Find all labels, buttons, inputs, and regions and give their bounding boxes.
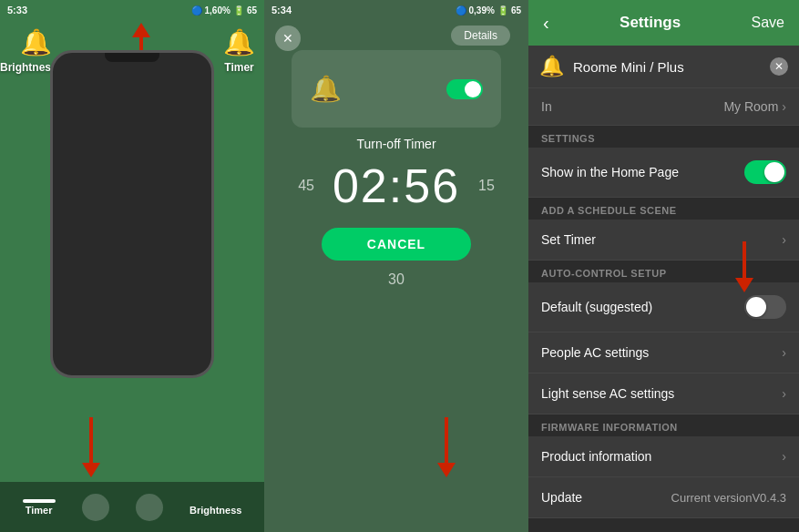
section-header-firmware: FIRMWARE INFORMATION <box>528 414 799 436</box>
arrow-head-down-left-icon <box>82 463 100 477</box>
tab-timer-label: Timer <box>26 505 53 516</box>
details-button[interactable]: Details <box>451 26 510 46</box>
settings-header: ‹ Settings Save <box>528 0 799 46</box>
arrow-down-right <box>437 417 456 477</box>
product-info-chevron-icon: › <box>782 449 786 464</box>
brightness-bell-icon: 🔔 <box>20 27 52 57</box>
timer-top-label: Timer <box>224 61 253 74</box>
default-label: Default (suggested) <box>541 300 652 314</box>
light-sense-row[interactable]: Light sense AC settings › <box>528 373 799 414</box>
settings-body: 🔔 ✕ In My Room › SETTINGS Show in the Ho… <box>528 46 799 532</box>
section-header-settings: SETTINGS <box>528 126 799 148</box>
bottom-bar-left: Timer Brightness <box>0 482 264 532</box>
timer-bg-bell-icon: 🔔 <box>310 74 342 104</box>
toggle-knob-home <box>764 162 784 182</box>
middle-panel: 5:34 🔵 0,39% 🔋 65 ✕ Details 🔔 Turn-off T… <box>264 0 528 532</box>
tab-brightness-indicator <box>200 499 232 503</box>
name-clear-button[interactable]: ✕ <box>770 57 788 76</box>
timer-main-display: 02:56 <box>333 159 460 213</box>
in-label: In <box>541 99 552 114</box>
arrow-head-down-right-icon <box>437 463 456 477</box>
set-timer-row[interactable]: Set Timer › <box>528 220 799 261</box>
arrow-shaft-down-left <box>89 417 93 463</box>
left-panel: 5:33 🔵 1,60% 🔋 65 🔔 Brightness 90 🔔 Time… <box>0 0 264 532</box>
default-toggle-row: Default (suggested) <box>528 282 799 332</box>
section-header-schedule: ADD A SCHEDULE SCENE <box>528 198 799 220</box>
save-button[interactable]: Save <box>752 15 784 31</box>
red-arrow-toggle <box>735 241 753 292</box>
tab-dot-1 <box>82 494 109 521</box>
tab-dot-2 <box>136 494 163 521</box>
show-home-label: Show in the Home Page <box>541 165 679 179</box>
tab-timer-indicator <box>23 499 56 503</box>
red-arrow-head-icon <box>735 278 753 292</box>
arrow-shaft-down-right <box>445 417 448 463</box>
timer-content: Turn-off Timer 45 02:56 15 CANCEL 30 <box>264 137 528 288</box>
timer-display-row: 45 02:56 15 <box>264 159 528 213</box>
show-home-toggle-row: Show in the Home Page <box>528 148 799 198</box>
status-bar-left: 5:33 🔵 1,60% 🔋 65 <box>0 0 264 20</box>
light-sense-label: Light sense AC settings <box>541 386 674 401</box>
product-info-label: Product information <box>541 449 651 464</box>
timer-bg-card: 🔔 <box>292 50 501 128</box>
update-version: Current versionV0.4.3 <box>671 491 786 505</box>
update-row: Update Current versionV0.4.3 <box>528 477 799 518</box>
default-toggle[interactable] <box>744 295 786 319</box>
in-row[interactable]: In My Room › <box>528 88 799 126</box>
device-icon: 🔔 <box>539 55 564 78</box>
arrow-down-left <box>82 417 100 477</box>
product-info-row[interactable]: Product information › <box>528 436 799 477</box>
set-timer-label: Set Timer <box>541 232 596 247</box>
close-button[interactable]: ✕ <box>275 26 301 51</box>
people-ac-chevron-icon: › <box>782 345 786 360</box>
status-bar-mid: 5:34 🔵 0,39% 🔋 65 <box>264 0 528 20</box>
device-name-input[interactable] <box>573 59 761 75</box>
status-icons-left: 🔵 1,60% 🔋 65 <box>191 5 257 15</box>
show-home-toggle[interactable] <box>744 160 786 184</box>
right-panel: ‹ Settings Save 🔔 ✕ In My Room › SETTING… <box>528 0 799 532</box>
timer-title: Turn-off Timer <box>356 137 435 151</box>
people-ac-label: People AC settings <box>541 345 649 360</box>
back-button[interactable]: ‹ <box>543 13 549 34</box>
timer-bell-icon: 🔔 <box>223 27 255 57</box>
timer-side-left: 45 <box>298 178 314 194</box>
light-sense-chevron-icon: › <box>782 386 786 401</box>
update-label: Update <box>541 490 582 505</box>
phone-body <box>50 50 214 378</box>
red-arrow-shaft <box>743 241 746 278</box>
time-left: 5:33 <box>7 5 27 15</box>
in-value: My Room › <box>723 99 786 114</box>
in-chevron-icon: › <box>782 99 786 114</box>
phone-container <box>50 50 214 378</box>
time-mid: 5:34 <box>271 5 292 15</box>
name-row: 🔔 ✕ <box>528 46 799 88</box>
set-timer-chevron-icon: › <box>782 232 786 247</box>
arrow-head-up-icon <box>132 23 150 37</box>
section-header-auto: AUTO-CONTROL SETUP <box>528 261 799 282</box>
toggle-knob-default <box>746 297 766 317</box>
bottom-tab-timer[interactable]: Timer <box>23 499 56 516</box>
timer-side-right: 15 <box>478 178 495 194</box>
cancel-button[interactable]: CANCEL <box>322 228 471 261</box>
bottom-tab-brightness[interactable]: Brightness <box>190 499 241 516</box>
timer-card-top: 🔔 Timer <box>223 27 255 74</box>
people-ac-row[interactable]: People AC settings › <box>528 332 799 373</box>
timer-bottom-num: 30 <box>388 271 405 288</box>
tab-brightness-label: Brightness <box>190 505 241 516</box>
status-icons-mid: 🔵 0,39% 🔋 65 <box>456 5 521 15</box>
settings-title: Settings <box>620 14 681 32</box>
phone-notch <box>105 53 159 62</box>
timer-bg-switch[interactable] <box>446 79 483 99</box>
